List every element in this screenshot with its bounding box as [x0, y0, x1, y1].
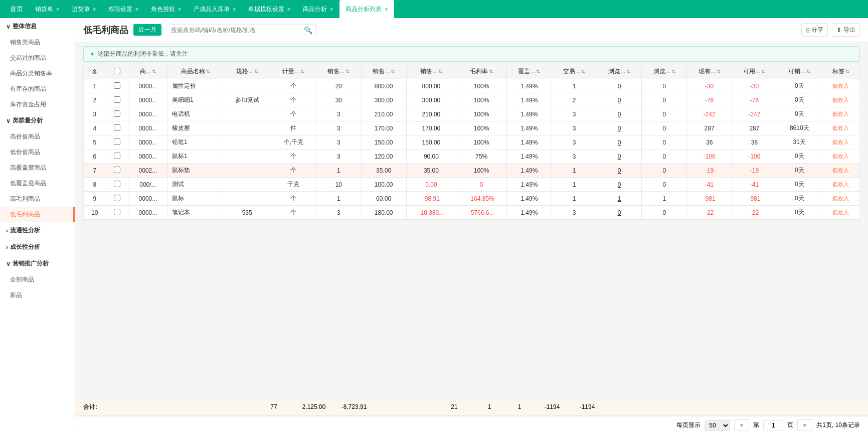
- sidebar-item-category-rate[interactable]: 商品分类销售率: [0, 66, 75, 81]
- sidebar-group-marketing[interactable]: ∨ 营销推广分析: [0, 255, 75, 272]
- row-name[interactable]: 测试: [167, 178, 223, 192]
- nav-template[interactable]: 单据模板设置 ✕: [242, 0, 297, 18]
- search-icon[interactable]: 🔍: [304, 26, 312, 34]
- col-spec[interactable]: 规格...⇅: [223, 64, 271, 79]
- nav-analysis[interactable]: 商品分析 ✕: [297, 0, 339, 18]
- row-view1[interactable]: 0: [597, 121, 642, 135]
- col-view1[interactable]: 浏览...⇅: [597, 64, 642, 79]
- row-checkbox[interactable]: [106, 164, 128, 178]
- settings-icon[interactable]: ⚙: [92, 68, 97, 75]
- sidebar-item-all-products[interactable]: 全部商品: [0, 272, 75, 287]
- row-view1[interactable]: 0: [597, 93, 642, 107]
- row-name[interactable]: 橡皮擦: [167, 121, 223, 135]
- row-view1[interactable]: 1: [597, 192, 642, 206]
- sidebar-group-overall[interactable]: ∨ 整体信息: [0, 18, 75, 35]
- nav-analysis-list[interactable]: 商品分析列表 ✕: [339, 0, 394, 18]
- row-name[interactable]: 笔记本: [167, 206, 223, 220]
- col-checkbox[interactable]: [106, 64, 128, 79]
- row-checkbox[interactable]: [106, 107, 128, 121]
- nav-purchase-close[interactable]: ✕: [92, 7, 96, 12]
- col-gross-margin[interactable]: 毛利率⇅: [456, 64, 507, 79]
- row-checkbox[interactable]: [106, 135, 128, 150]
- col-trade[interactable]: 交易...⇅: [552, 64, 597, 79]
- row-view1[interactable]: 0: [597, 135, 642, 150]
- row-checkbox[interactable]: [106, 121, 128, 135]
- col-sellable-days[interactable]: 可销...⇅: [777, 64, 822, 79]
- col-name[interactable]: 商品名称⇅: [167, 64, 223, 79]
- row-checkbox[interactable]: [106, 178, 128, 192]
- col-unit[interactable]: 计量...⇅: [271, 64, 316, 79]
- nav-roles-close[interactable]: ✕: [178, 7, 182, 12]
- nav-permissions-close[interactable]: ✕: [135, 7, 139, 12]
- row-name[interactable]: 属性定价: [167, 79, 223, 93]
- nav-purchase[interactable]: 进货单 ✕: [66, 0, 102, 18]
- date-filter-button[interactable]: 近一月: [133, 24, 161, 36]
- row-name[interactable]: 电话机: [167, 107, 223, 121]
- row-view1[interactable]: 0: [597, 178, 642, 192]
- sidebar-item-inventory-capital[interactable]: 库存资金占用: [0, 97, 75, 112]
- sidebar-item-new-products[interactable]: 新品: [0, 287, 75, 303]
- share-button[interactable]: ⎘ 分享: [801, 23, 828, 37]
- col-code[interactable]: 商...⇅: [128, 64, 167, 79]
- row-view1[interactable]: 0: [597, 150, 642, 164]
- sidebar-group-flow[interactable]: › 流通性分析: [0, 222, 75, 239]
- next-page-button[interactable]: ＞: [797, 419, 812, 431]
- col-settings[interactable]: ⚙: [84, 64, 106, 79]
- row-name[interactable]: 鼠标1: [167, 150, 223, 164]
- col-coverage[interactable]: 覆盖...⇅: [506, 64, 552, 79]
- chevron-right-icon-2: ›: [6, 244, 8, 251]
- nav-analysis-list-close[interactable]: ✕: [384, 7, 388, 12]
- col-available-stock[interactable]: 可用...⇅: [732, 64, 777, 79]
- sidebar-item-high-coverage[interactable]: 高覆盖度商品: [0, 160, 75, 176]
- row-name[interactable]: 鼠标垫: [167, 164, 223, 178]
- row-name[interactable]: 吴细细1: [167, 93, 223, 107]
- table-wrapper[interactable]: ⚙ 商...⇅ 商品名称⇅ 规格...⇅ 计量...⇅ 销售...⇅ 销售...…: [75, 64, 868, 398]
- row-sale-qty: 3: [316, 150, 361, 164]
- col-view2[interactable]: 浏览...⇅: [642, 64, 687, 79]
- row-checkbox[interactable]: [106, 79, 128, 93]
- row-view1[interactable]: 0: [597, 107, 642, 121]
- row-checkbox[interactable]: [106, 93, 128, 107]
- nav-roles[interactable]: 角色授权 ✕: [145, 0, 188, 18]
- nav-template-close[interactable]: ✕: [287, 7, 291, 12]
- row-name[interactable]: 鼠标: [167, 192, 223, 206]
- row-view1[interactable]: 0: [597, 79, 642, 93]
- row-view1[interactable]: 0: [597, 206, 642, 220]
- nav-home[interactable]: 首页: [4, 0, 29, 18]
- col-current-stock[interactable]: 现有...⇅: [687, 64, 732, 79]
- search-input[interactable]: [171, 27, 304, 34]
- nav-analysis-close[interactable]: ✕: [329, 7, 333, 12]
- nav-sales[interactable]: 销货单 ✕: [29, 0, 66, 18]
- row-checkbox[interactable]: [106, 192, 128, 206]
- col-sale-qty[interactable]: 销售...⇅: [316, 64, 361, 79]
- sidebar-group-growth[interactable]: › 成长性分析: [0, 239, 75, 255]
- prev-page-button[interactable]: ＜: [734, 419, 749, 431]
- sidebar-item-traded-products[interactable]: 交易过的商品: [0, 50, 75, 66]
- row-name[interactable]: 铅笔1: [167, 135, 223, 150]
- col-sale-price[interactable]: 销售...⇅: [361, 64, 406, 79]
- sidebar-item-high-margin[interactable]: 高毛利商品: [0, 191, 75, 207]
- sidebar-item-low-value[interactable]: 低价值商品: [0, 144, 75, 160]
- col-sale-profit[interactable]: 销售...⇅: [406, 64, 456, 79]
- row-view1[interactable]: 0: [597, 164, 642, 178]
- table-row: 2 0000... 吴细细1 参加复试 个 30 300.00 300.00 1…: [84, 93, 860, 107]
- nav-permissions[interactable]: 权限设置 ✕: [102, 0, 145, 18]
- nav-sales-close[interactable]: ✕: [56, 7, 60, 12]
- nav-products-close[interactable]: ✕: [232, 7, 236, 12]
- row-spec: [223, 150, 271, 164]
- export-button[interactable]: ⬆ 导出: [832, 23, 860, 37]
- sidebar-item-sales-products[interactable]: 销售类商品: [0, 35, 75, 50]
- row-checkbox[interactable]: [106, 206, 128, 220]
- page-size-select[interactable]: 50 100 200: [705, 420, 730, 431]
- sidebar-item-high-value[interactable]: 高价值商品: [0, 129, 75, 144]
- col-tag[interactable]: 标签⇅: [822, 64, 859, 79]
- page-number-input[interactable]: [763, 420, 783, 430]
- row-checkbox[interactable]: [106, 150, 128, 164]
- sidebar-item-low-coverage[interactable]: 低覆盖度商品: [0, 176, 75, 191]
- sidebar-item-stocked[interactable]: 有库存的商品: [0, 81, 75, 97]
- sidebar-group-cluster[interactable]: ∨ 类群量分析: [0, 112, 75, 129]
- select-all-checkbox[interactable]: [114, 68, 120, 74]
- sidebar-item-low-margin[interactable]: 低毛利商品: [0, 207, 75, 222]
- nav-products[interactable]: 产成品入库单 ✕: [188, 0, 242, 18]
- row-trade: 1: [552, 192, 597, 206]
